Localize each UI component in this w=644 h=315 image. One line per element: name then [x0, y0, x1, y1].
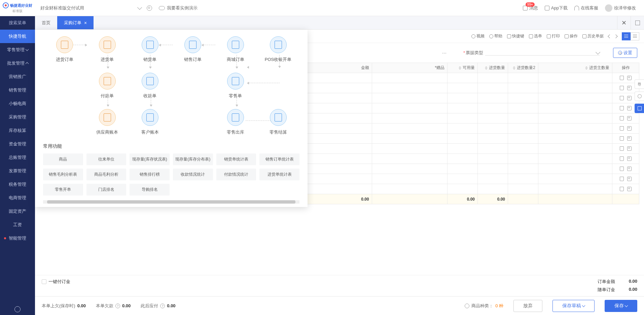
flow-node-3[interactable]: 销售订单 [171, 36, 214, 63]
add-row-icon[interactable] [627, 136, 632, 141]
deposit-checkbox[interactable]: 一键付订金 [42, 279, 70, 285]
add-row-icon[interactable] [627, 106, 632, 110]
flow-node-17[interactable]: 零售结算 [257, 109, 299, 135]
delete-icon[interactable] [620, 96, 624, 100]
tool-print[interactable]: 打印 [547, 33, 560, 39]
delete-icon[interactable] [620, 177, 624, 181]
shortcut-8[interactable]: 销售排行榜 [130, 169, 170, 180]
sidebar-item-11[interactable]: 发票管理 [0, 164, 35, 178]
sidebar-item-2[interactable]: 零售管理 [0, 43, 35, 57]
help-icon[interactable]: ? [115, 304, 120, 308]
save-button[interactable]: 保存 [605, 300, 637, 312]
tool-operate[interactable]: 操作 [565, 33, 578, 39]
add-row-icon[interactable] [627, 187, 632, 191]
col-header-6[interactable]: 可用量 [448, 63, 478, 73]
flow-node-13[interactable]: 供应商账本 [86, 109, 129, 135]
fullscreen-toggle[interactable] [631, 16, 644, 29]
prev-record[interactable] [608, 34, 611, 38]
tab-purchase-order[interactable]: 采购订单 × [57, 16, 94, 29]
voucher-type-select[interactable] [485, 50, 600, 56]
shortcut-2[interactable]: 现存量(库存状况表) [130, 153, 170, 165]
sidebar-item-9[interactable]: 资金管理 [0, 137, 35, 151]
sidebar-item-10[interactable]: 总账管理 [0, 151, 35, 164]
col-header-9[interactable]: 进货主数量 [538, 63, 612, 73]
flow-node-7[interactable]: 付款单 [86, 73, 129, 99]
settings-button[interactable]: 设置 [613, 48, 637, 58]
delete-icon[interactable] [620, 156, 624, 161]
delete-icon[interactable] [620, 146, 624, 151]
shortcut-12[interactable]: 零售开单 [43, 184, 83, 196]
add-row-icon[interactable] [627, 86, 632, 90]
delete-icon[interactable] [620, 187, 624, 191]
rail-pill-expand[interactable] [635, 104, 644, 113]
shortcut-13[interactable]: 门店排名 [86, 184, 127, 196]
next-record[interactable] [614, 34, 617, 38]
delete-icon[interactable] [620, 167, 624, 171]
add-row-icon[interactable] [627, 76, 632, 80]
flow-node-1[interactable]: 进货单 [86, 36, 129, 63]
add-row-icon[interactable] [627, 167, 632, 171]
sidebar-item-13[interactable]: 电商管理 [0, 191, 35, 205]
add-row-icon[interactable] [627, 146, 632, 151]
app-download-link[interactable]: App下载 [545, 5, 568, 11]
col-header-8[interactable]: 进货数量2 [508, 63, 538, 73]
sidebar-item-7[interactable]: 采购管理 [0, 110, 35, 124]
save-draft-button[interactable]: 保存草稿 [552, 300, 595, 312]
add-row-icon[interactable] [627, 96, 632, 100]
shortcut-9[interactable]: 收款情况统计 [173, 169, 213, 180]
row-actions[interactable] [612, 174, 639, 184]
tool-video[interactable]: 视频 [471, 33, 485, 39]
sidebar-item-5[interactable]: 销售管理 [0, 83, 35, 97]
add-row-icon[interactable] [627, 156, 632, 161]
delete-icon[interactable] [620, 106, 624, 110]
col-header-4[interactable]: 金额 [304, 63, 372, 73]
row-actions[interactable] [612, 144, 639, 154]
shortcut-6[interactable]: 销售毛利分析表 [43, 169, 83, 180]
sidebar-item-12[interactable]: 税务管理 [0, 178, 35, 191]
row-actions[interactable] [612, 164, 639, 174]
sidebar-item-8[interactable]: 库存核算 [0, 124, 35, 137]
row-actions[interactable] [612, 184, 639, 194]
close-all-tabs[interactable]: ✕ [617, 16, 631, 29]
add-row-icon[interactable] [627, 116, 632, 120]
sidebar-settings[interactable] [0, 306, 35, 312]
add-row-icon[interactable] [627, 177, 632, 181]
tool-help[interactable]: 帮助 [489, 33, 502, 39]
delete-icon[interactable] [620, 136, 624, 141]
shortcut-3[interactable]: 现存量(库存分布表) [173, 153, 213, 165]
shortcut-14[interactable]: 导购排名 [130, 184, 170, 196]
online-service-link[interactable]: 在线客服 [574, 5, 598, 11]
sidebar-item-1[interactable]: 快捷导航 [0, 30, 35, 43]
more-icon[interactable]: ⋯ [439, 50, 450, 56]
tool-shortcut[interactable]: 快捷键 [507, 33, 524, 39]
tool-select[interactable]: 选单 [529, 33, 542, 39]
row-actions[interactable] [612, 113, 639, 124]
sidebar-item-16[interactable]: 智能管理 [0, 232, 35, 245]
col-header-7[interactable]: 进货数量 [478, 63, 508, 73]
shortcut-1[interactable]: 往来单位 [86, 153, 127, 165]
shortcut-0[interactable]: 商品 [43, 153, 83, 165]
sidebar-item-6[interactable]: 小畅电商 [0, 97, 35, 110]
cancel-button[interactable]: 放弃 [513, 300, 542, 312]
shortcut-10[interactable]: 付款情况统计 [216, 169, 256, 180]
row-actions[interactable] [612, 134, 639, 144]
sidebar-item-3[interactable]: 批发管理 [0, 57, 35, 70]
view-card[interactable] [631, 32, 639, 40]
delete-icon[interactable] [620, 76, 624, 80]
flow-node-10[interactable]: 零售单 [214, 73, 257, 99]
messages-link[interactable]: 99+ 消息 [523, 5, 538, 11]
col-header-10[interactable]: 操作 [612, 63, 639, 73]
flow-node-14[interactable]: 客户账本 [129, 109, 171, 135]
flow-node-5[interactable]: POS收银开单 [257, 36, 299, 63]
rail-pill-attachment[interactable] [635, 92, 644, 101]
delete-icon[interactable] [620, 126, 624, 131]
tab-home[interactable]: 首页 [35, 16, 57, 29]
sidebar-item-4[interactable]: 营销推广 [0, 70, 35, 83]
flow-node-16[interactable]: 零售出库 [214, 109, 257, 135]
shortcut-11[interactable]: 进货单统计表 [259, 169, 299, 180]
sidebar-item-14[interactable]: 固定资产 [0, 205, 35, 218]
help-icon[interactable]: ? [160, 304, 165, 308]
col-header-5[interactable]: *赠品 [372, 63, 447, 73]
add-row-icon[interactable] [627, 126, 632, 131]
gear-icon[interactable] [147, 5, 152, 11]
